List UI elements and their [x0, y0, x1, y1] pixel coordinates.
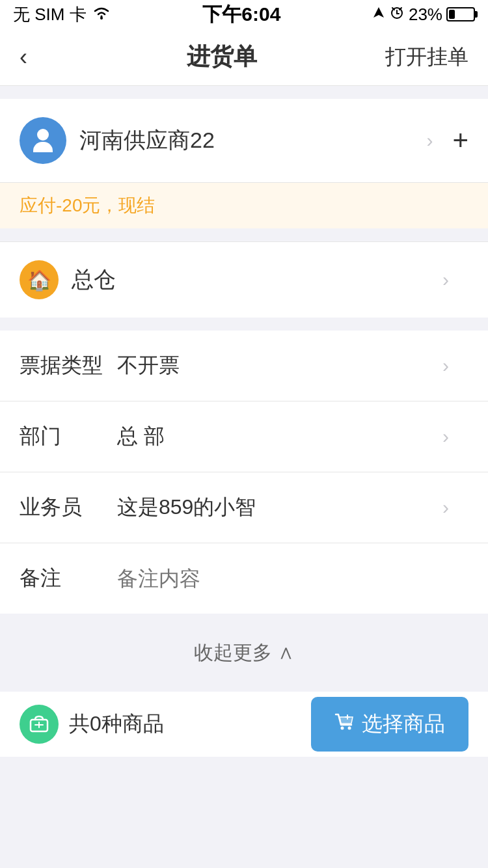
status-bar-left: 无 SIM 卡 [13, 3, 111, 26]
cart-icon [334, 713, 355, 736]
supplier-name: 河南供应商22 [79, 126, 426, 156]
product-icon [20, 705, 59, 744]
status-bar: 无 SIM 卡 下午6:04 23% [0, 0, 488, 29]
mid-divider1 [0, 228, 488, 241]
bottom-bar: 共0种商品 选择商品 [0, 692, 488, 757]
svg-point-8 [348, 726, 351, 729]
form-section: 票据类型 不开票 › 部门 总 部 › 业务员 这是859的小智 › 备注 [0, 331, 488, 614]
warehouse-chevron-icon: › [442, 269, 449, 291]
warehouse-card: 🏠 总仓 › [0, 241, 488, 318]
collapse-bar[interactable]: 收起更多 ∧ [0, 627, 488, 679]
alarm-icon [389, 5, 405, 25]
remark-label: 备注 [20, 564, 111, 593]
notice-text: 应付-20元，现结 [20, 195, 155, 215]
location-icon [372, 5, 385, 25]
remark-input[interactable] [111, 567, 468, 591]
svg-point-0 [100, 17, 103, 20]
select-products-button[interactable]: 选择商品 [311, 697, 468, 752]
open-pending-button[interactable]: 打开挂单 [385, 43, 468, 72]
sales-row[interactable]: 业务员 这是859的小智 › [0, 472, 488, 543]
collapse-label: 收起更多 ∧ [194, 640, 293, 666]
wifi-icon [92, 5, 111, 25]
select-btn-label: 选择商品 [362, 710, 445, 739]
product-count: 共0种商品 [69, 710, 311, 739]
warehouse-row[interactable]: 🏠 总仓 › [0, 241, 488, 318]
sales-value: 这是859的小智 [111, 493, 442, 522]
invoice-label: 票据类型 [20, 351, 111, 380]
top-divider [0, 86, 488, 99]
warehouse-name: 总仓 [72, 265, 442, 295]
remark-row[interactable]: 备注 [0, 543, 488, 614]
sales-label: 业务员 [20, 493, 111, 522]
person-icon [30, 128, 56, 154]
page-background [0, 757, 488, 868]
carrier-text: 无 SIM 卡 [13, 3, 87, 26]
battery-icon [446, 7, 475, 21]
dept-value: 总 部 [111, 422, 442, 451]
supplier-avatar [20, 117, 66, 164]
page-title: 进货单 [59, 41, 385, 73]
status-bar-time: 下午6:04 [202, 1, 280, 28]
battery-percent: 23% [409, 5, 442, 25]
invoice-chevron-icon: › [442, 355, 449, 377]
add-button[interactable]: + [452, 125, 468, 156]
warehouse-icon: 🏠 [20, 260, 59, 299]
dept-chevron-icon: › [442, 426, 449, 448]
nav-bar: ‹ 进货单 打开挂单 [0, 29, 488, 86]
back-button[interactable]: ‹ [20, 44, 59, 71]
house-icon: 🏠 [27, 269, 51, 292]
supplier-card: 河南供应商22 › + 应付-20元，现结 [0, 99, 488, 228]
svg-point-7 [341, 726, 344, 729]
supplier-row[interactable]: 河南供应商22 › + [0, 99, 488, 183]
notice-bar: 应付-20元，现结 [0, 183, 488, 228]
chevron-right-icon: › [426, 129, 433, 152]
sales-chevron-icon: › [442, 496, 449, 519]
invoice-row[interactable]: 票据类型 不开票 › [0, 331, 488, 401]
dept-label: 部门 [20, 422, 111, 451]
status-bar-right: 23% [372, 5, 475, 25]
invoice-value: 不开票 [111, 351, 442, 380]
dept-row[interactable]: 部门 总 部 › [0, 401, 488, 472]
